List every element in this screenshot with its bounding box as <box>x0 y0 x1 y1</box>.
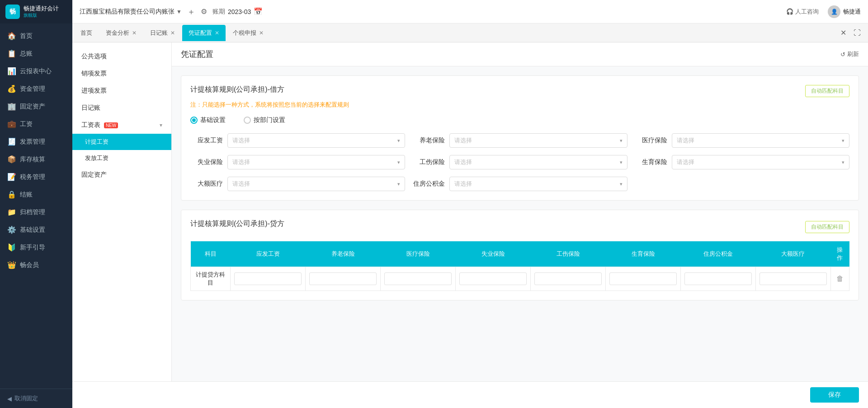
service-label: 人工咨询 <box>795 8 819 16</box>
row-unemployment-input[interactable] <box>459 272 527 285</box>
avatar: 👤 <box>828 5 840 18</box>
left-menu-distribute[interactable]: 发放工资 <box>72 150 171 166</box>
tab-journal[interactable]: 日记账 ✕ <box>144 25 181 41</box>
big-medical-select[interactable]: 请选择 ▾ <box>227 177 405 191</box>
row-medical-input[interactable] <box>384 272 452 285</box>
left-menu-salary-table[interactable]: 工资表 NEW ▾ <box>72 117 171 134</box>
tab-journal-close-icon[interactable]: ✕ <box>170 30 175 36</box>
expand-icon: ▾ <box>160 122 162 128</box>
left-menu-purchase[interactable]: 进项发票 <box>72 82 171 99</box>
left-menu-journal[interactable]: 日记账 <box>72 99 171 117</box>
tab-voucher[interactable]: 凭证配置 ✕ <box>182 25 226 41</box>
credit-auto-match-button[interactable]: 自动匹配科目 <box>805 221 849 233</box>
sidebar-item-archive[interactable]: 📁 归档管理 <box>0 203 72 221</box>
archive-icon: 📁 <box>7 208 16 216</box>
table-row: 计提贷方科目 🗑 <box>191 267 849 291</box>
refresh-button[interactable]: ↺ 刷新 <box>840 50 859 58</box>
company-selector[interactable]: 江西服宝精品有限责任公司内账张 ▼ <box>80 8 182 16</box>
sidebar-item-member[interactable]: 👑 畅会员 <box>0 256 72 274</box>
form-row-injury: 工伤保险 请选择 ▾ <box>412 155 627 169</box>
col-pension: 养老保险 <box>306 241 381 267</box>
injury-select[interactable]: 请选择 ▾ <box>449 155 627 169</box>
tab-tax-close-icon[interactable]: ✕ <box>259 30 264 36</box>
row-housing-input-cell[interactable] <box>681 267 756 291</box>
sidebar-item-capital[interactable]: 💰 资金管理 <box>0 80 72 98</box>
page-header: 凭证配置 ↺ 刷新 <box>172 42 868 66</box>
row-salary-input[interactable] <box>234 272 302 285</box>
save-button[interactable]: 保存 <box>810 387 859 403</box>
maternity-select[interactable]: 请选择 ▾ <box>672 155 849 169</box>
left-menu-sales[interactable]: 销项发票 <box>72 65 171 82</box>
add-account-button[interactable]: ＋ <box>187 6 195 17</box>
sidebar-item-ledger[interactable]: 📋 总账 <box>0 45 72 62</box>
user-menu[interactable]: 👤 畅捷通 <box>828 5 861 18</box>
sidebar-item-tax[interactable]: 📝 税务管理 <box>0 168 72 186</box>
settings-icon: ⚙️ <box>7 225 16 234</box>
left-menu-payroll[interactable]: 计提工资 <box>72 134 171 150</box>
debit-auto-match-button[interactable]: 自动匹配科目 <box>805 85 849 97</box>
form-row-pension: 养老保险 请选择 ▾ <box>412 133 627 148</box>
row-big-medical-input-cell[interactable] <box>755 267 830 291</box>
tab-journal-label: 日记账 <box>150 29 168 37</box>
pension-placeholder: 请选择 <box>454 136 472 145</box>
row-salary-input-cell[interactable] <box>231 267 306 291</box>
medical-select[interactable]: 请选择 ▾ <box>672 133 849 148</box>
sidebar-item-label: 资金管理 <box>20 85 45 93</box>
row-injury-input[interactable] <box>534 272 602 285</box>
service-button[interactable]: 🎧 人工咨询 <box>786 8 819 16</box>
left-menu-fixed-assets[interactable]: 固定资产 <box>72 166 171 183</box>
sidebar-item-guide[interactable]: 🔰 新手引导 <box>0 239 72 256</box>
delete-row-button[interactable]: 🗑 <box>836 275 844 282</box>
housing-select[interactable]: 请选择 ▾ <box>449 177 627 191</box>
sidebar-item-assets[interactable]: 🏢 固定资产 <box>0 98 72 115</box>
unemployment-select[interactable]: 请选择 ▾ <box>227 155 405 169</box>
row-unemployment-input-cell[interactable] <box>456 267 531 291</box>
salary-icon: 💼 <box>7 120 16 128</box>
maximize-tab-button[interactable]: ⛶ <box>852 28 863 38</box>
form-row-big-medical: 大额医疗 请选择 ▾ <box>190 177 405 191</box>
injury-chevron-icon: ▾ <box>620 159 623 165</box>
settings-button[interactable]: ⚙ <box>201 7 207 16</box>
close-tab-button[interactable]: ✕ <box>839 28 848 38</box>
row-housing-input[interactable] <box>684 272 752 285</box>
tab-voucher-close-icon[interactable]: ✕ <box>215 30 219 36</box>
radio-department[interactable]: 按部门设置 <box>244 116 285 124</box>
row-maternity-input[interactable] <box>609 272 677 285</box>
user-label: 畅捷通 <box>843 8 861 16</box>
form-row-salary: 应发工资 请选择 ▾ <box>190 133 405 148</box>
row-pension-input-cell[interactable] <box>306 267 381 291</box>
radio-basic-circle <box>190 117 198 124</box>
sidebar-item-inventory[interactable]: 📦 库存核算 <box>0 150 72 168</box>
cancel-fixed-button[interactable]: ◀ 取消固定 <box>0 389 72 408</box>
row-maternity-input-cell[interactable] <box>606 267 681 291</box>
debit-section-title: 计提核算规则(公司承担)-借方 <box>190 85 284 94</box>
calendar-icon[interactable]: 📅 <box>254 7 263 16</box>
company-chevron-icon: ▼ <box>176 9 182 15</box>
tab-home[interactable]: 首页 <box>74 25 99 41</box>
tab-voucher-label: 凭证配置 <box>189 29 212 37</box>
sidebar-item-salary[interactable]: 💼 工资 <box>0 115 72 133</box>
sidebar-item-close[interactable]: 🔒 结账 <box>0 186 72 203</box>
sidebar-item-settings[interactable]: ⚙️ 基础设置 <box>0 221 72 239</box>
pension-select[interactable]: 请选择 ▾ <box>449 133 627 148</box>
sidebar-item-reports[interactable]: 📊 云报表中心 <box>0 62 72 80</box>
row-medical-input-cell[interactable] <box>381 267 456 291</box>
refresh-label: 刷新 <box>847 50 859 58</box>
radio-basic[interactable]: 基础设置 <box>190 116 226 124</box>
sidebar-nav: 🏠 首页 📋 总账 📊 云报表中心 💰 资金管理 🏢 固定资产 💼 工资 🧾 发… <box>0 23 72 389</box>
row-pension-input[interactable] <box>309 272 377 285</box>
tab-capital[interactable]: 资金分析 ✕ <box>99 25 143 41</box>
tab-capital-close-icon[interactable]: ✕ <box>132 30 137 36</box>
salary-select[interactable]: 请选择 ▾ <box>227 133 405 148</box>
row-injury-input-cell[interactable] <box>531 267 606 291</box>
assets-icon: 🏢 <box>7 102 16 111</box>
tab-tax[interactable]: 个税申报 ✕ <box>226 25 270 41</box>
sidebar-item-home[interactable]: 🏠 首页 <box>0 27 72 45</box>
medical-label: 医疗保险 <box>635 136 667 145</box>
radio-dept-circle <box>244 117 251 124</box>
sidebar-item-invoice[interactable]: 🧾 发票管理 <box>0 133 72 150</box>
row-big-medical-input[interactable] <box>760 272 827 285</box>
close-period-icon: 🔒 <box>7 190 16 199</box>
arrow-left-icon: ◀ <box>7 395 12 402</box>
left-menu-public[interactable]: 公共选项 <box>72 48 171 65</box>
